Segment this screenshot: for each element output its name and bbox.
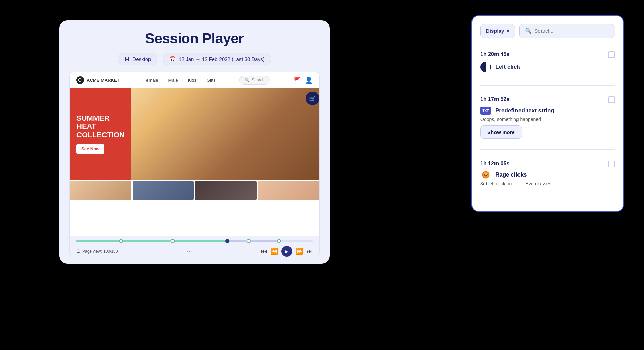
filter-panel: Display ▾ 🔍 1h 20m 45s Left click [472,15,624,212]
filter-item-1-header: 1h 20m 45s [480,51,615,58]
calendar-icon: 📅 [169,56,176,62]
device-label: Desktop [132,56,151,62]
hero-section: SUMMER HEAT Collection See Now 🛒 [70,88,319,236]
filter-checkbox-1[interactable] [608,51,615,58]
thumbnail-row [70,180,319,200]
filter-type-row-3: 😡 Rage clicks [480,171,615,179]
thumbnail-4 [258,181,320,200]
session-title: Session Player [145,30,244,47]
timeline-dot-2[interactable] [171,239,175,243]
filter-checkbox-2[interactable] [608,96,615,103]
desktop-icon: 🖥 [124,56,130,62]
filter-type-label-3: Rage clicks [495,171,527,178]
session-player-card: Session Player 🖥 Desktop 📅 12 Jan → 12 F… [59,20,330,264]
rage-click-detail-label2: Everglasses [525,181,551,186]
timeline-section: ☰ Page view: 100/180 ··· ⏮ ⏪ ▶ ⏩ ⏭ [70,236,319,257]
fast-forward-button[interactable]: ⏩ [296,248,303,255]
filter-type-row-1: Left click [480,62,615,72]
brand: ACME MARKET [76,76,120,84]
filter-type-label-1: Left click [495,64,520,70]
filter-item-left-click: 1h 20m 45s Left click [480,46,615,80]
rewind-button[interactable]: ⏪ [271,248,278,255]
brand-icon [76,76,84,84]
left-click-icon [480,62,491,72]
timeline-dot-4[interactable] [247,239,251,243]
filter-timestamp-1: 1h 20m 45s [480,51,509,57]
device-button[interactable]: 🖥 Desktop [118,53,157,65]
page-view-label: ☰ Page view: 100/180 [76,249,118,254]
filter-timestamp-2: 1h 17m 52s [480,96,509,102]
filter-timestamp-3: 1h 12m 05s [480,161,509,167]
filter-header: Display ▾ 🔍 [480,24,615,38]
user-icon: 👤 [305,76,313,84]
divider-1 [480,85,615,86]
thumbnail-2 [133,181,194,200]
skip-to-end-button[interactable]: ⏭ [306,248,313,255]
nav-gifts[interactable]: Gifts [207,78,216,83]
hero-person-image [130,88,319,180]
divider-2 [480,149,615,150]
timeline-dot-3[interactable] [225,239,229,243]
filter-item-text-string: 1h 17m 52s TXT Predefined text string Oo… [480,91,615,144]
nav-search[interactable]: 🔍 Search [239,76,270,85]
filter-item-2-header: 1h 17m 52s [480,96,615,103]
chevron-down-icon: ▾ [507,28,509,34]
brand-label: ACME MARKET [87,78,120,83]
rage-click-detail: 3rd left click on Everglasses [480,181,615,186]
hero-background: SUMMER HEAT Collection See Now 🛒 [70,88,319,180]
timeline-bar[interactable] [76,240,313,242]
playback-controls: ⏮ ⏪ ▶ ⏩ ⏭ [261,246,313,257]
filter-subtext-2: Ooops, something happened [480,117,615,122]
player-controls: ☰ Page view: 100/180 ··· ⏮ ⏪ ▶ ⏩ ⏭ [76,246,313,257]
nav-male[interactable]: Male [168,78,178,83]
timeline-dot-5[interactable] [277,239,281,243]
display-label: Display [486,28,504,34]
skip-to-start-button[interactable]: ⏮ [261,248,267,255]
search-icon: 🔍 [245,78,250,83]
browser-mockup: ACME MARKET Female Male Kids Gifts 🔍 Sea… [69,72,320,257]
cart-bubble[interactable]: 🛒 [306,92,319,105]
filter-type-row-2: TXT Predefined text string [480,107,615,115]
timeline-segment-purple [230,240,277,242]
hero-promo-text: SUMMER HEAT Collection [76,114,125,139]
browser-nav: ACME MARKET Female Male Kids Gifts 🔍 Sea… [70,72,319,88]
session-controls: 🖥 Desktop 📅 12 Jan → 12 Feb 2022 (Last 3… [118,53,271,65]
thumbnail-3 [195,181,257,200]
nav-kids[interactable]: Kids [188,78,197,83]
filter-item-3-header: 1h 12m 05s [480,161,615,167]
rage-click-icon: 😡 [480,171,491,179]
search-icon: 🔍 [525,28,532,34]
thumbnail-1 [70,181,131,200]
more-options-button[interactable]: ··· [187,248,192,255]
search-label: Search [252,78,264,83]
date-range-button[interactable]: 📅 12 Jan → 12 Feb 2022 (Last 30 Days) [163,53,271,65]
timeline-progress [76,240,230,242]
display-button[interactable]: Display ▾ [480,24,515,38]
person-silhouette [130,88,319,180]
search-input[interactable] [534,28,609,34]
nav-icons: 🚩 👤 [294,76,313,84]
show-more-button[interactable]: Show more [480,125,522,139]
txt-icon: TXT [480,107,491,115]
flag-icon: 🚩 [294,76,301,84]
timeline-dot-1[interactable] [119,239,123,243]
date-range-label: 12 Jan → 12 Feb 2022 (Last 30 Days) [179,56,264,62]
see-now-button[interactable]: See Now [76,144,104,154]
nav-links: Female Male Kids Gifts [143,78,216,83]
filter-type-label-2: Predefined text string [495,107,554,114]
filter-item-rage-clicks: 1h 12m 05s 😡 Rage clicks 3rd left click … [480,155,615,192]
nav-female[interactable]: Female [143,78,158,83]
hero-promo: SUMMER HEAT Collection See Now [70,88,131,180]
divider-3 [480,197,615,197]
search-input-wrap[interactable]: 🔍 [519,24,615,38]
page-view-text: Page view: 100/180 [82,249,118,254]
page-view-icon: ☰ [76,249,80,254]
play-button[interactable]: ▶ [281,246,292,257]
rage-click-detail-label1: 3rd left click on [480,181,512,186]
filter-checkbox-3[interactable] [608,161,615,167]
